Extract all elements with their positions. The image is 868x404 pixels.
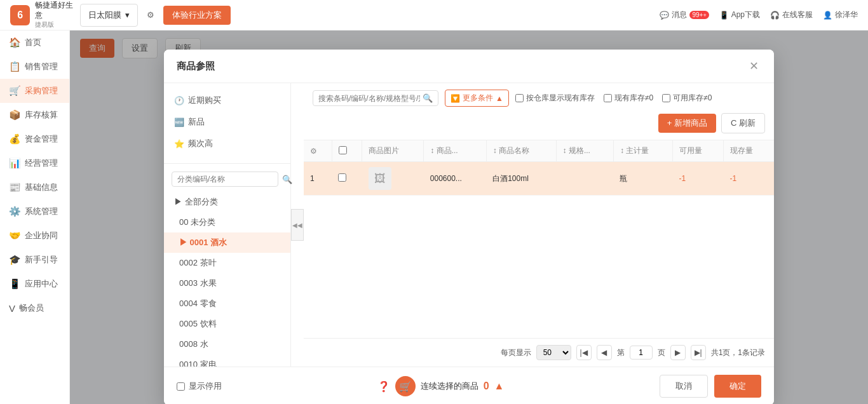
sidebar-item-enterprise[interactable]: 🤝 企业协同 (0, 224, 69, 248)
product-reference-modal: 商品参照 ✕ 🕐 近期购买 🆕 (164, 50, 774, 404)
modal-overlay: 商品参照 ✕ 🕐 近期购买 🆕 (70, 30, 868, 404)
select-all-checkbox[interactable] (339, 146, 347, 154)
product-thumbnail: 🖼 (369, 167, 391, 190)
category-all[interactable]: ▶ 全部分类 (164, 192, 290, 212)
new-product-nav[interactable]: 🆕 新品 (164, 111, 290, 133)
first-page-button[interactable]: |◀ (576, 345, 592, 360)
category-0010[interactable]: 0010 家电 (164, 354, 290, 367)
gear-icon[interactable]: ⚙ (140, 5, 161, 25)
product-search-input[interactable] (318, 94, 420, 103)
panel-collapse-button[interactable]: ◀◀ (291, 209, 304, 241)
col-name[interactable]: ↕ 商品名称 (486, 140, 556, 162)
operations-icon: 📊 (9, 158, 21, 169)
search-icon[interactable]: 🔍 (423, 93, 433, 103)
page-size-select[interactable]: 50 100 200 (536, 345, 571, 360)
sidebar-item-sales[interactable]: 📋 销售管理 (0, 55, 69, 79)
cart-collapse-button[interactable]: ▲ (494, 380, 505, 392)
row-name: 白酒100ml (486, 162, 556, 196)
modal-left-panel: 🕐 近期购买 🆕 新品 ⭐ 频次高 (164, 83, 291, 367)
app-download-nav-item[interactable]: 📱 App下载 (719, 10, 760, 20)
enterprise-icon: 🤝 (9, 230, 21, 241)
usable-stock-check[interactable]: 可用库存≠0 (662, 93, 712, 104)
help-icon[interactable]: ❓ (377, 380, 390, 393)
product-table: ⚙ 商品图片 ↕ 商品... (304, 140, 774, 196)
warehouse-stock-checkbox[interactable] (515, 94, 524, 102)
available-stock-check[interactable]: 现有库存≠0 (604, 93, 653, 104)
cart-icon-button[interactable]: 🛒 (395, 376, 416, 396)
modal-body: 🕐 近期购买 🆕 新品 ⭐ 频次高 (164, 83, 774, 367)
modal-footer: 显示停用 ❓ 🛒 连续选择的商品 0 ▲ 取消 确定 (164, 367, 774, 404)
sidebar-item-apps[interactable]: 📱 应用中心 (0, 272, 69, 296)
category-0004[interactable]: 0004 零食 (164, 293, 290, 314)
purchase-icon: 🛒 (9, 85, 21, 97)
messages-nav-item[interactable]: 💬 消息 99++ (660, 10, 709, 20)
footer-action-buttons: 取消 确定 (660, 375, 761, 398)
col-code[interactable]: ↕ 商品... (424, 140, 486, 162)
prev-page-button[interactable]: ◀ (597, 345, 612, 360)
category-0001[interactable]: ▶ 0001 酒水 (164, 232, 290, 253)
add-product-button[interactable]: + 新增商品 (658, 114, 716, 133)
category-0008[interactable]: 0008 水 (164, 334, 290, 354)
product-table-wrapper: ⚙ 商品图片 ↕ 商品... (304, 140, 774, 338)
recent-purchase-nav[interactable]: 🕐 近期购买 (164, 90, 290, 111)
sidebar-item-vip[interactable]: V 畅会员 (0, 296, 69, 320)
row-no: 1 (304, 162, 332, 196)
show-disabled-check[interactable]: 显示停用 (177, 380, 222, 392)
page-number-input[interactable] (630, 346, 653, 360)
sidebar-item-system[interactable]: ⚙️ 系统管理 (0, 199, 69, 224)
service-nav-item[interactable]: 🎧 在线客服 (770, 10, 813, 20)
trial-button[interactable]: 体验行业方案 (163, 6, 231, 25)
search-icon[interactable]: 🔍 (282, 175, 292, 184)
row-select-checkbox[interactable] (338, 173, 346, 182)
col-image[interactable]: 商品图片 (362, 140, 424, 162)
star-icon: ⭐ (174, 139, 184, 149)
modal-right-panel: 🔍 🔽 更多条件 ▲ 按仓库显示现有库存 (304, 83, 774, 367)
user-icon: 👤 (823, 11, 832, 20)
base-icon: 📰 (9, 182, 21, 193)
user-nav-item[interactable]: 👤 徐泽华 (823, 10, 858, 20)
headset-icon: 🎧 (770, 11, 780, 20)
next-page-button[interactable]: ▶ (670, 345, 686, 360)
message-icon: 💬 (660, 11, 669, 20)
category-00[interactable]: 00 未分类 (164, 212, 290, 232)
row-code: 000600... (424, 162, 486, 196)
sidebar-item-base[interactable]: 📰 基础信息 (0, 175, 69, 199)
finance-icon: 💰 (9, 133, 21, 145)
cancel-button[interactable]: 取消 (660, 375, 708, 398)
col-unit[interactable]: ↕ 主计量 (613, 140, 672, 162)
sidebar-item-guide[interactable]: 🎓 新手引导 (0, 248, 69, 272)
sidebar-item-operations[interactable]: 📊 经营管理 (0, 151, 69, 175)
sidebar-item-inventory[interactable]: 📦 库存核算 (0, 103, 69, 127)
modal-toolbar: 🔍 🔽 更多条件 ▲ 按仓库显示现有库存 (304, 83, 774, 140)
category-search-area: 🔍 (164, 166, 290, 192)
nav-dropdown[interactable]: 日太阳膜 ▾ (80, 4, 138, 27)
last-page-button[interactable]: ▶| (691, 345, 706, 360)
category-0003[interactable]: 0003 水果 (164, 273, 290, 293)
top-nav: 6 畅捷通好生意 捷易版 日太阳膜 ▾ ⚙ 体验行业方案 💬 消息 99++ 📱… (0, 0, 868, 30)
modal-close-button[interactable]: ✕ (746, 58, 761, 74)
warehouse-stock-check[interactable]: 按仓库显示现有库存 (515, 93, 595, 104)
category-search-input[interactable] (172, 172, 278, 187)
category-0002[interactable]: 0002 茶叶 (164, 253, 290, 273)
show-disabled-checkbox[interactable] (177, 382, 185, 391)
col-available[interactable]: 可用量 (673, 140, 724, 162)
sidebar-item-finance[interactable]: 💰 资金管理 (0, 127, 69, 151)
confirm-button[interactable]: 确定 (714, 375, 761, 398)
col-settings: ⚙ (304, 140, 332, 162)
col-spec[interactable]: ↕ 规格... (556, 140, 613, 162)
more-filter-button[interactable]: 🔽 更多条件 ▲ (445, 90, 509, 107)
frequent-nav[interactable]: ⭐ 频次高 (164, 133, 290, 154)
sidebar-item-home[interactable]: 🏠 首页 (0, 30, 69, 55)
table-row[interactable]: 1 🖼 000600... 白酒100ml (304, 162, 774, 196)
phone-icon: 📱 (719, 11, 729, 20)
chevron-up-icon: ▲ (496, 94, 503, 103)
refresh-button[interactable]: C 刷新 (721, 113, 765, 133)
category-0005[interactable]: 0005 饮料 (164, 314, 290, 334)
usable-stock-checkbox[interactable] (662, 94, 670, 102)
chevron-down-icon: ▾ (125, 10, 130, 20)
sidebar-item-purchase[interactable]: 🛒 采购管理 (0, 79, 69, 103)
logo-area: 6 畅捷通好生意 捷易版 (10, 1, 80, 29)
col-stock[interactable]: 现存量 (724, 140, 774, 162)
row-checkbox (332, 162, 362, 196)
available-stock-checkbox[interactable] (604, 94, 612, 102)
